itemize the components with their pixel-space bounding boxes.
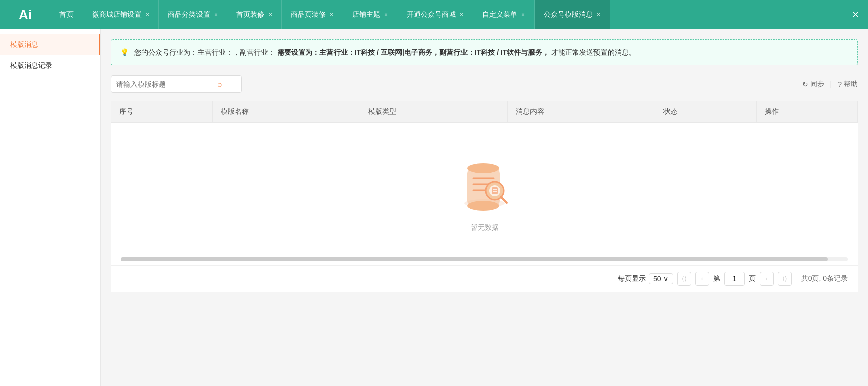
page-layout: 模版消息模版消息记录 💡 您的公众号行业为：主营行业：，副营行业： 需要设置为：… <box>0 29 868 386</box>
help-button[interactable]: ? 帮助 <box>838 80 858 89</box>
notice-box: 💡 您的公众号行业为：主营行业：，副营行业： 需要设置为：主营行业：IT科技 /… <box>111 39 858 65</box>
nav-tab-close[interactable]: × <box>460 11 463 18</box>
nav-tab-label: 首页装修 <box>236 10 264 19</box>
toolbar-right: ↻ 同步 | ? 帮助 <box>802 80 858 89</box>
empty-icon <box>454 153 515 213</box>
nav-tab-label: 店铺主题 <box>352 10 380 19</box>
nav-tab[interactable]: 首页装修× <box>227 0 282 29</box>
sync-icon: ↻ <box>802 80 808 88</box>
svg-point-3 <box>467 201 499 211</box>
table-header-cell: 状态 <box>655 101 757 123</box>
prev-page-button[interactable]: ‹ <box>695 272 709 286</box>
brand-logo: Ai <box>0 0 50 29</box>
scroll-thumb[interactable] <box>121 257 828 261</box>
close-all-button[interactable]: ✕ <box>843 0 868 29</box>
nav-tab-close[interactable]: × <box>384 11 388 18</box>
nav-tab[interactable]: 店铺主题× <box>343 0 397 29</box>
page-label-before: 第 <box>713 274 720 283</box>
sidebar-item[interactable]: 模版消息 <box>0 34 100 55</box>
scroll-track[interactable] <box>121 257 848 261</box>
main-content: 💡 您的公众号行业为：主营行业：，副营行业： 需要设置为：主营行业：IT科技 /… <box>101 29 868 386</box>
table-header-cell: 操作 <box>757 101 858 123</box>
empty-text: 暂无数据 <box>471 223 499 233</box>
nav-tab-label: 开通公众号商城 <box>407 10 456 19</box>
nav-tab-label: 商品页装修 <box>291 10 326 19</box>
nav-tab[interactable]: 首页 <box>50 0 83 29</box>
search-input[interactable] <box>116 80 217 88</box>
svg-rect-10 <box>492 187 498 194</box>
brand-text: Ai <box>19 7 32 23</box>
sidebar: 模版消息模版消息记录 <box>0 29 101 386</box>
nav-tab-label: 公众号模版消息 <box>544 10 593 19</box>
table-header-cell: 模版名称 <box>212 101 360 123</box>
per-page-selector: 每页显示 50 ∨ <box>618 273 673 284</box>
help-icon: ? <box>838 80 842 88</box>
scroll-indicator <box>111 253 858 265</box>
table-container: 序号模版名称模版类型消息内容状态操作 <box>111 101 858 292</box>
last-page-button[interactable]: ⟩⟩ <box>778 272 792 286</box>
nav-tabs-container: 首页微商城店铺设置×商品分类设置×首页装修×商品页装修×店铺主题×开通公众号商城… <box>50 0 843 29</box>
first-page-button[interactable]: ⟨⟨ <box>677 272 691 286</box>
nav-tab-close[interactable]: × <box>146 11 149 18</box>
nav-tab-close[interactable]: × <box>269 11 272 18</box>
next-page-button[interactable]: › <box>760 272 774 286</box>
search-input-wrap[interactable]: ⌕ <box>111 75 242 93</box>
page-input[interactable] <box>724 272 745 286</box>
total-info: 共0页, 0条记录 <box>801 274 848 283</box>
notice-highlight: 需要设置为：主营行业：IT科技 / 互联网|电子商务，副营行业：IT科技 / I… <box>277 48 550 56</box>
per-page-value: 50 <box>653 275 661 283</box>
table-header-row: 序号模版名称模版类型消息内容状态操作 <box>111 101 858 123</box>
page-label-after: 页 <box>749 274 756 283</box>
table-header-cell: 模版类型 <box>360 101 507 123</box>
data-table: 序号模版名称模版类型消息内容状态操作 <box>111 101 858 123</box>
per-page-select[interactable]: 50 ∨ <box>649 273 673 284</box>
nav-tab-close[interactable]: × <box>521 11 525 18</box>
sync-button[interactable]: ↻ 同步 <box>802 80 824 89</box>
pagination: 每页显示 50 ∨ ⟨⟨ ‹ 第 页 › ⟩⟩ 共0页, 0条记录 <box>111 265 858 292</box>
per-page-label: 每页显示 <box>618 274 646 283</box>
search-bar: ⌕ ↻ 同步 | ? 帮助 <box>111 75 858 93</box>
toolbar-divider: | <box>830 80 832 88</box>
nav-tab-label: 商品分类设置 <box>168 10 210 19</box>
notice-icon: 💡 <box>120 48 129 56</box>
table-header: 序号模版名称模版类型消息内容状态操作 <box>111 101 858 123</box>
notice-text-before: 您的公众号行业为：主营行业：，副营行业： <box>134 48 275 56</box>
table-header-cell: 序号 <box>111 101 213 123</box>
nav-tab-close[interactable]: × <box>330 11 333 18</box>
nav-tab-label: 首页 <box>59 10 74 19</box>
table-header-cell: 消息内容 <box>508 101 655 123</box>
search-icon[interactable]: ⌕ <box>217 80 222 89</box>
sidebar-item[interactable]: 模版消息记录 <box>0 55 100 76</box>
nav-tab[interactable]: 商品分类设置× <box>159 0 227 29</box>
nav-tab[interactable]: 开通公众号商城× <box>397 0 473 29</box>
nav-tab[interactable]: 商品页装修× <box>282 0 343 29</box>
top-navigation: Ai 首页微商城店铺设置×商品分类设置×首页装修×商品页装修×店铺主题×开通公众… <box>0 0 868 29</box>
nav-tab-close[interactable]: × <box>214 11 218 18</box>
nav-tab[interactable]: 公众号模版消息× <box>535 0 610 29</box>
nav-tab[interactable]: 自定义菜单× <box>473 0 535 29</box>
nav-tab-close[interactable]: × <box>597 11 600 18</box>
svg-point-2 <box>467 163 499 173</box>
nav-tab[interactable]: 微商城店铺设置× <box>83 0 159 29</box>
help-label: 帮助 <box>844 80 858 89</box>
nav-tab-label: 微商城店铺设置 <box>92 10 142 19</box>
notice-text-after: 才能正常发送预置的消息。 <box>551 48 636 56</box>
sync-label: 同步 <box>810 80 824 89</box>
dropdown-icon: ∨ <box>663 275 669 283</box>
empty-state: 暂无数据 <box>111 123 858 253</box>
nav-tab-label: 自定义菜单 <box>482 10 517 19</box>
